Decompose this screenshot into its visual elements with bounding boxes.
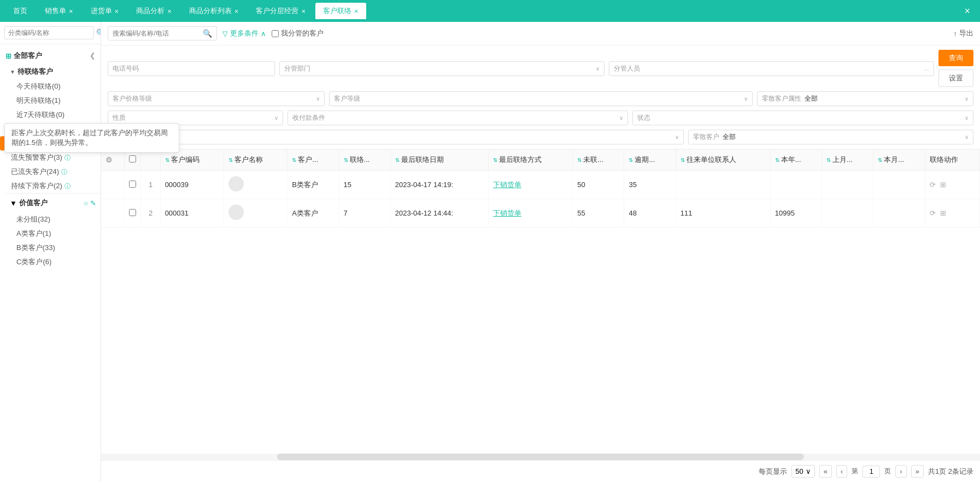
col-last-date[interactable]: ⇅最后联络日期 — [390, 149, 488, 171]
close-purchase-tab[interactable]: × — [115, 7, 119, 15]
nav-tab-analysis[interactable]: 商品分析 × — [128, 3, 179, 19]
col-last-date-label: 最后联络日期 — [401, 155, 444, 164]
col-settings-icon[interactable]: ⚙ — [105, 155, 113, 164]
grid-icon: ⊞ — [5, 52, 11, 60]
nav-tab-analysis-list[interactable]: 商品分析列表 × — [181, 3, 247, 19]
col-overdue[interactable]: ⇅逾期... — [624, 149, 676, 171]
col-code-label: 客户编码 — [171, 155, 199, 164]
nav-tab-customer-segment[interactable]: 客户分层经营 × — [248, 3, 313, 19]
close-customer-contact-tab[interactable]: × — [354, 7, 359, 15]
col-this-month-label: 本月... — [884, 155, 904, 164]
my-customer-check-input[interactable] — [272, 30, 279, 37]
page-prev-button[interactable]: ‹ — [836, 465, 847, 478]
query-button[interactable]: 查询 — [938, 50, 973, 66]
row-type-cell: A类客户 — [287, 199, 339, 228]
row-last-method-cell[interactable]: 下销货单 — [489, 171, 573, 199]
nav-tab-sales[interactable]: 销售单 × — [37, 3, 81, 19]
row-last-month-cell — [822, 199, 873, 228]
horizontal-scrollbar[interactable] — [101, 454, 980, 460]
sidebar-item-ungroued[interactable]: 未分组(32) — [5, 212, 101, 227]
row-contact-cell: 7 — [339, 199, 390, 228]
nav-tab-home[interactable]: 首页 — [5, 3, 35, 19]
per-page-select[interactable]: 50 ∨ — [791, 465, 814, 478]
export-button[interactable]: ↑ 导出 — [954, 28, 974, 38]
settings-value-icon[interactable]: ✎ — [90, 199, 96, 207]
retail-attr-field[interactable]: 零散客户属性 全部 ∨ — [757, 91, 974, 106]
row-checkbox-1[interactable] — [129, 209, 136, 216]
page-last-button[interactable]: » — [911, 465, 924, 478]
row-checkbox-0[interactable] — [129, 181, 136, 188]
all-customers-header[interactable]: ⊞ 全部客户 ❮ — [0, 48, 101, 64]
action-menu-icon[interactable]: ⊞ — [940, 209, 946, 217]
settings-button[interactable]: 设置 — [938, 69, 973, 87]
page-number-input[interactable] — [862, 466, 880, 478]
sort-method-icon: ⇅ — [493, 157, 497, 163]
close-analysis-list-tab[interactable]: × — [234, 7, 239, 15]
scrollbar-thumb[interactable] — [277, 454, 805, 460]
col-type[interactable]: ⇅客户... — [287, 149, 339, 171]
col-this-year[interactable]: ⇅本年... — [770, 149, 821, 171]
main-search-field[interactable]: 🔍 — [108, 26, 217, 40]
main-search-input[interactable] — [113, 30, 199, 37]
row-checkbox-cell[interactable] — [125, 199, 141, 228]
last-method-link[interactable]: 下销货单 — [493, 209, 521, 217]
status-field[interactable]: 状态 ∨ — [632, 111, 973, 125]
grade-field[interactable]: 客户等级 ∨ — [329, 91, 753, 106]
sidebar-item-7days[interactable]: 近7天待联络(0) — [5, 108, 101, 122]
main-search-icon[interactable]: 🔍 — [203, 29, 212, 38]
nav-tab-purchase[interactable]: 进货单 × — [83, 3, 127, 19]
sidebar-search-input[interactable] — [4, 26, 94, 39]
close-analysis-tab[interactable]: × — [167, 7, 172, 15]
more-conditions-button[interactable]: ▽ 更多条件 ∧ — [222, 28, 266, 38]
per-page-arrow: ∨ — [806, 467, 811, 475]
action-link-icon[interactable]: ⟳ — [930, 209, 936, 217]
sidebar-item-a-class[interactable]: A类客户(1) — [5, 227, 101, 241]
row-checkbox-cell[interactable] — [125, 171, 141, 199]
action-link-icon[interactable]: ⟳ — [930, 181, 936, 189]
last-method-link[interactable]: 下销货单 — [493, 181, 521, 189]
my-customer-checkbox[interactable]: 我分管的客户 — [272, 28, 324, 38]
sidebar-item-declining[interactable]: 持续下滑客户(2) ⓘ — [0, 179, 101, 193]
sidebar-item-c-class[interactable]: C类客户(6) — [5, 255, 101, 269]
grade-arrow: ∨ — [744, 96, 748, 102]
sidebar-item-tomorrow[interactable]: 明天待联络(1) — [5, 94, 101, 108]
filter-row-4: ... 客户类型 ∨ 零散客户 全部 ∨ — [108, 130, 973, 144]
page-next-button[interactable]: › — [895, 465, 906, 478]
price-grade-field[interactable]: 客户价格等级 ∨ — [108, 91, 325, 106]
gender-label: 性质 — [113, 113, 126, 123]
pending-contact-title[interactable]: ▼ 待联络客户 — [5, 64, 101, 79]
col-contact[interactable]: ⇅联络... — [339, 149, 390, 171]
phone-field[interactable]: 电话号码 — [108, 61, 275, 76]
col-uncontacted[interactable]: ⇅未联... — [573, 149, 624, 171]
dept-field[interactable]: 分管部门 ∨ — [279, 61, 605, 76]
per-page-value: 50 — [795, 467, 803, 475]
filter-bar: 🔍 ▽ 更多条件 ∧ 我分管的客户 ↑ 导出 — [101, 22, 980, 45]
edit-value-icon[interactable]: ○ — [84, 199, 88, 207]
payment-field[interactable]: 收付款条件 ∨ — [287, 111, 629, 125]
col-name[interactable]: ⇅客户名称 — [224, 149, 287, 171]
grade-label: 客户等级 — [334, 94, 360, 103]
col-this-month[interactable]: ⇅本月... — [873, 149, 925, 171]
action-menu-icon[interactable]: ⊞ — [940, 181, 946, 189]
customer-type-field[interactable]: 客户类型 ∨ — [124, 130, 684, 144]
col-contact-label: 联络... — [350, 155, 370, 164]
nav-tab-customer-contact[interactable]: 客户联络 × — [315, 3, 366, 19]
close-all-button[interactable]: × — [960, 5, 975, 17]
retail-customer-field[interactable]: 零散客户 全部 ∨ — [688, 130, 973, 144]
select-all-checkbox[interactable] — [129, 155, 136, 162]
row-last-method-cell[interactable]: 下销货单 — [489, 199, 573, 228]
sidebar-item-today[interactable]: 今天待联络(0) — [5, 79, 101, 94]
col-unit-contact[interactable]: ⇅往来单位联系人 — [676, 149, 770, 171]
collapse-icon[interactable]: ❮ — [90, 52, 95, 60]
sidebar-search-icon[interactable]: 🔍 — [96, 28, 101, 37]
close-customer-segment-tab[interactable]: × — [301, 7, 306, 15]
page-first-button[interactable]: « — [819, 465, 832, 478]
filter-row-2: 客户价格等级 ∨ 客户等级 ∨ 零散客户属性 全部 ∨ — [108, 91, 973, 106]
close-sales-tab[interactable]: × — [69, 7, 73, 15]
col-last-method[interactable]: ⇅最后联络方式 — [489, 149, 573, 171]
page-label: 第 — [852, 467, 858, 476]
sidebar-item-churned[interactable]: 已流失客户(24) ⓘ — [0, 165, 101, 179]
person-field[interactable]: 分管人员 … — [609, 61, 934, 76]
sidebar-item-b-class[interactable]: B类客户(33) — [5, 241, 101, 255]
col-last-month[interactable]: ⇅上月... — [822, 149, 873, 171]
